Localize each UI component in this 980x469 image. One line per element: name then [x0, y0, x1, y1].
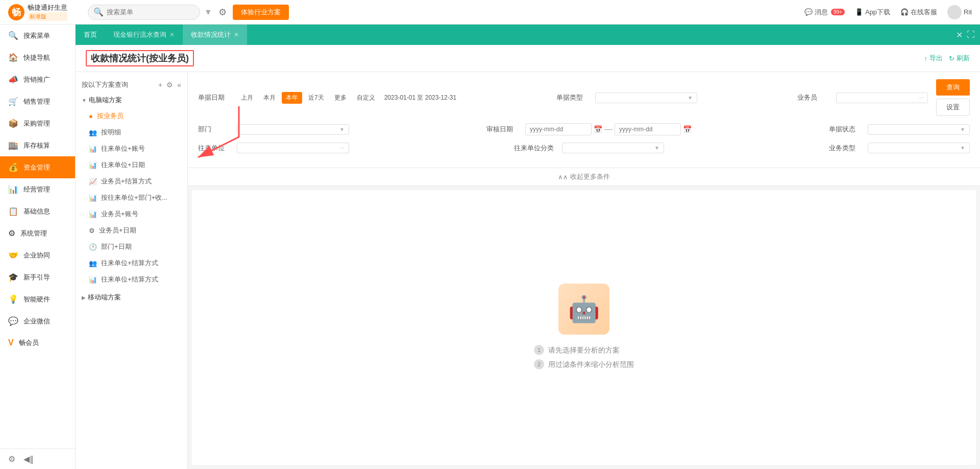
- scheme-item-icon-pd: 📊: [89, 194, 97, 202]
- scheme-item-partner-date[interactable]: 📊 往来单位+日期: [76, 157, 187, 173]
- date-tab-more[interactable]: 更多: [330, 92, 351, 104]
- review-date-from[interactable]: [525, 123, 592, 135]
- top-header: 畅 畅捷通好生意 标准版 🔍 ▼ ⚙ 体验行业方案 💬 消息 99+ 📱 App…: [0, 0, 980, 25]
- setting-scheme-btn[interactable]: ⚙: [166, 81, 173, 89]
- messages-btn[interactable]: 💬 消息 99+: [804, 8, 845, 17]
- scheme-group-mobile-title[interactable]: ▶ 移动端方案: [76, 290, 187, 305]
- query-setting-btns: 查询 设置: [936, 79, 970, 116]
- scheme-item-partner-settle2[interactable]: 📊 往来单位+结算方式: [76, 271, 187, 288]
- close-receivables-tab[interactable]: ✕: [234, 31, 239, 38]
- sidebar-item-label: 系统管理: [20, 229, 47, 238]
- refresh-icon: ↻: [949, 55, 954, 62]
- scheme-item-label: 按业务员: [97, 111, 124, 121]
- collapse-more-conditions-btn[interactable]: ∧∧ 收起更多条件: [188, 168, 980, 185]
- biz-type-select[interactable]: ▼: [868, 143, 970, 153]
- sidebar-item-member[interactable]: V 畅会员: [0, 332, 75, 354]
- app-download-btn[interactable]: 📱 App下载: [855, 8, 890, 17]
- scheme-item-dept-date[interactable]: 🕐 部门+日期: [76, 239, 187, 255]
- scheme-item-partner-account[interactable]: 📊 往来单位+账号: [76, 140, 187, 157]
- dept-select[interactable]: ▼: [237, 124, 349, 135]
- tab-cash-flow[interactable]: 现金银行流水查询 ✕: [105, 25, 183, 45]
- sidebar-item-operation[interactable]: 📊 经营管理: [0, 178, 75, 200]
- gear-icon[interactable]: ⚙: [218, 7, 227, 18]
- sidebar-item-label: 智能硬件: [23, 295, 50, 304]
- review-date-to[interactable]: [615, 123, 681, 135]
- sidebar-item-system[interactable]: ⚙ 系统管理: [0, 222, 75, 244]
- sidebar-item-quick-nav[interactable]: 🏠 快捷导航: [0, 46, 75, 68]
- home-tab-label: 首页: [84, 30, 97, 39]
- filter-section: 单据日期 上月 本月 本年 近7天 更多 自定义 20: [188, 72, 980, 186]
- tab-home[interactable]: 首页: [76, 25, 105, 45]
- partner-select[interactable]: ···: [237, 143, 349, 153]
- tip-num-1: 1: [534, 345, 544, 355]
- calendar-icon-to[interactable]: 📅: [683, 125, 692, 133]
- query-button[interactable]: 查询: [936, 79, 970, 96]
- sidebar-item-inventory[interactable]: 🏬 库存核算: [0, 134, 75, 156]
- add-scheme-btn[interactable]: +: [158, 81, 162, 89]
- refresh-label: 刷新: [957, 54, 970, 63]
- member-icon: V: [8, 338, 14, 347]
- date-tab-this-month[interactable]: 本月: [259, 92, 280, 104]
- scheme-item-by-salesperson[interactable]: ● 按业务员: [76, 108, 187, 124]
- scheme-item-icon-partner-date: 📊: [89, 161, 97, 169]
- tab-receivables[interactable]: 收款情况统计 ✕: [183, 25, 247, 45]
- date-tab-7days[interactable]: 近7天: [304, 92, 328, 104]
- scheme-item-label: 按明细: [101, 128, 121, 137]
- refresh-btn[interactable]: ↻ 刷新: [949, 54, 970, 63]
- scheme-item-detail[interactable]: 👥 按明细: [76, 124, 187, 140]
- sidebar-item-base-info[interactable]: 📋 基础信息: [0, 200, 75, 222]
- online-support-btn[interactable]: 🎧 在线客服: [900, 8, 937, 17]
- sidebar-item-marketing[interactable]: 📣 营销推广: [0, 68, 75, 90]
- scheme-item-salesperson-account[interactable]: 📊 业务员+账号: [76, 206, 187, 222]
- scheme-item-salesperson-settle[interactable]: 📈 业务员+结算方式: [76, 173, 187, 190]
- page-actions: ↑ 导出 ↻ 刷新: [924, 54, 970, 63]
- collapse-scheme-btn[interactable]: «: [177, 81, 181, 89]
- scheme-item-label: 往来单位+日期: [101, 160, 145, 170]
- enterprise-icon: 🤝: [8, 250, 18, 260]
- scheme-item-icon-ss: 📈: [89, 178, 97, 185]
- sidebar-item-smart-hw[interactable]: 💡 智能硬件: [0, 288, 75, 310]
- partner-category-select[interactable]: ▼: [562, 143, 664, 153]
- export-btn[interactable]: ↑ 导出: [924, 54, 943, 63]
- salesperson-label: 业务员: [797, 93, 828, 102]
- partner-more-icon[interactable]: ···: [340, 145, 345, 151]
- search-input[interactable]: [107, 8, 194, 16]
- doc-status-select[interactable]: ▼: [868, 124, 970, 135]
- sidebar-item-wechat[interactable]: 💬 企业微信: [0, 310, 75, 332]
- sidebar-item-search-menu[interactable]: 🔍 搜索菜单: [0, 25, 75, 46]
- chevron-down-icon[interactable]: ▼: [204, 8, 212, 17]
- sidebar-item-sales[interactable]: 🛒 销售管理: [0, 90, 75, 112]
- scheme-group-pc-title[interactable]: ▼ 电脑端方案: [76, 92, 187, 108]
- scheme-item-icon-partner-account: 📊: [89, 145, 97, 153]
- doc-type-select[interactable]: ▼: [595, 92, 697, 103]
- group-expand-icon: ▼: [82, 98, 87, 103]
- date-tab-custom[interactable]: 自定义: [353, 92, 379, 104]
- scheme-item-salesperson-date[interactable]: ⚙ 业务员+日期: [76, 222, 187, 239]
- date-tab-this-year[interactable]: 本年: [282, 92, 302, 104]
- scheme-item-icon-salesperson: ●: [89, 112, 93, 120]
- maximize-window-btn[interactable]: ⛶: [967, 30, 975, 39]
- scheme-item-icon-dd: 🕐: [89, 243, 97, 251]
- tip-row-1: 1 请先选择要分析的方案: [534, 343, 634, 357]
- sidebar-item-finance[interactable]: 💰 资金管理: [0, 156, 75, 178]
- close-window-btn[interactable]: ✕: [956, 30, 963, 40]
- sidebar-item-guide[interactable]: 🎓 新手引导: [0, 266, 75, 288]
- scheme-item-partner-dept[interactable]: 📊 按往来单位+部门+收...: [76, 190, 187, 206]
- scheme-item-icon-detail: 👥: [89, 129, 97, 136]
- search-bar-top[interactable]: 🔍: [88, 5, 200, 20]
- date-tabs-control: 上月 本月 本年 近7天 更多 自定义 2023-01-01 至 2023-12…: [237, 92, 456, 104]
- biz-type-label: 业务类型: [829, 144, 860, 153]
- calendar-icon-from[interactable]: 📅: [594, 125, 602, 133]
- collapse-sidebar-icon[interactable]: ◀‖: [23, 454, 34, 464]
- settings-icon[interactable]: ⚙: [8, 454, 15, 464]
- date-tab-last-month[interactable]: 上月: [237, 92, 257, 104]
- user-avatar[interactable]: Rit: [947, 5, 972, 19]
- setting-button[interactable]: 设置: [936, 99, 970, 116]
- trial-btn[interactable]: 体验行业方案: [233, 5, 289, 20]
- salesperson-select[interactable]: ···: [836, 92, 928, 103]
- close-cash-flow-tab[interactable]: ✕: [169, 31, 175, 38]
- salesperson-arrow: ···: [919, 95, 923, 101]
- scheme-item-partner-settle1[interactable]: 👥 往来单位+结算方式: [76, 255, 187, 271]
- sidebar-item-enterprise[interactable]: 🤝 企业协同: [0, 244, 75, 266]
- sidebar-item-purchase[interactable]: 📦 采购管理: [0, 112, 75, 134]
